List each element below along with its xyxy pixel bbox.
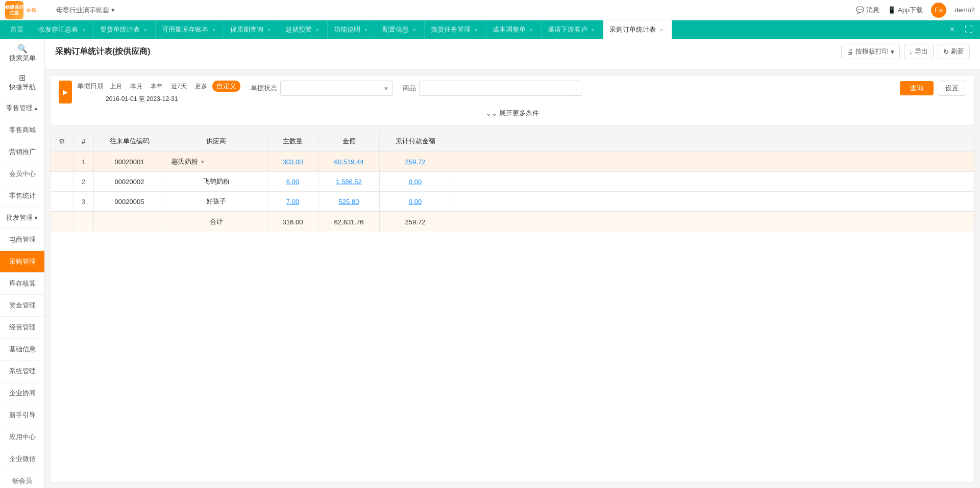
table-container: ⚙ # 往来单位编码 供应商 主数量 金额 累计付款金额 (50, 131, 975, 483)
top-bar: 畅捷通好生意 标版 母婴行业演示账套 ▾ 💬 消息 📱 App下载 Ea dem… (0, 0, 980, 20)
tab-close-cbtz[interactable]: × (528, 26, 535, 33)
tab-close-cgdd[interactable]: × (658, 26, 665, 33)
settings-btn[interactable]: 设置 (938, 81, 966, 96)
logo-subtext: 标版 (27, 7, 37, 14)
tab-close-phgl[interactable]: × (473, 26, 480, 33)
cell-unit-code: 00020002 (94, 172, 165, 192)
sidebar-item-vip[interactable]: 畅会员 (0, 470, 44, 488)
sidebar-item-newbie[interactable]: 新手引导 (0, 404, 44, 426)
footer-extra (451, 212, 975, 232)
sidebar-item-member[interactable]: 会员中心 (0, 163, 44, 185)
date-filter: 单据日期 上月 本月 本年 近7天 更多 自定义 (77, 81, 240, 104)
tab-home[interactable]: 首页 (2, 20, 32, 39)
tab-kylkzb[interactable]: 可用量库存账本 × (156, 20, 224, 39)
tab-close-shfd[interactable]: × (80, 26, 87, 33)
sidebar: 🔍 搜索菜单 ⊞ 快捷导航 零售管理 ▲ 零售商城 营销推广 会员中心 零售统计… (0, 39, 45, 488)
tab-close-ccyj[interactable]: × (314, 26, 321, 33)
filter-wrapper: ▶ 单据日期 上月 本月 本年 近7天 (50, 75, 975, 125)
tab-cbtz[interactable]: 成本调整单 × (486, 20, 542, 39)
username-label: demo2 (954, 6, 975, 14)
status-select[interactable]: ▾ (280, 81, 393, 96)
sidebar-item-system[interactable]: 系统管理 (0, 361, 44, 382)
tab-close-pzsxx[interactable]: × (411, 26, 418, 33)
sidebar-item-retail-shop[interactable]: 零售商城 (0, 119, 44, 141)
tab-phgl[interactable]: 拣货任务管理 × (425, 20, 486, 39)
tab-pzsxx[interactable]: 配置信息 × (376, 20, 425, 39)
sidebar-item-finance[interactable]: 资金管理 (0, 295, 44, 317)
app-download-btn[interactable]: 📱 App下载 (888, 6, 923, 15)
sidebar-item-retail-stats[interactable]: 零售统计 (0, 185, 44, 207)
tab-close-bqxcx[interactable]: × (265, 26, 273, 33)
shortcut-this-year[interactable]: 本年 (148, 81, 166, 92)
shortcut-last-month[interactable]: 上月 (107, 81, 125, 92)
shortcut-more[interactable]: 更多 (192, 81, 210, 92)
col-paid: 累计付款金额 (380, 131, 451, 152)
app-logo: 畅捷通好生意 (5, 1, 23, 19)
sidebar-item-operations[interactable]: 经营管理 (0, 317, 44, 339)
goods-select[interactable]: ··· (419, 81, 582, 96)
sidebar-item-app-center[interactable]: 应用中心 (0, 426, 44, 448)
expand-more-btn[interactable]: ⌄⌄ 展开更多条件 (59, 107, 966, 120)
sidebar-item-purchase[interactable]: 采购管理 (0, 251, 44, 273)
status-filter: 单据状态 ▾ (251, 81, 393, 96)
sidebar-item-inventory[interactable]: 库存核算 (0, 273, 44, 295)
tab-close-all-btn[interactable]: × (945, 25, 960, 34)
tab-close-yhtjb[interactable]: × (142, 26, 149, 33)
page-header: 采购订单统计表(按供应商) 🖨 按模板打印 ▾ ↓ 导出 ↻ 刷新 (45, 39, 980, 70)
cell-unit-code: 00020001 (94, 152, 165, 172)
cell-rownum: 1 (74, 152, 94, 172)
goods-filter: 商品 ··· (403, 81, 582, 96)
cell-rownum: 3 (74, 192, 94, 212)
tab-close-yqxyhyh[interactable]: × (590, 26, 597, 33)
shortcut-this-month[interactable]: 本月 (127, 81, 145, 92)
print-btn[interactable]: 🖨 按模板打印 ▾ (841, 44, 900, 59)
export-btn[interactable]: ↓ 导出 (904, 44, 934, 59)
sidebar-item-ecommerce[interactable]: 电商管理 (0, 229, 44, 251)
header-actions: 🖨 按模板打印 ▾ ↓ 导出 ↻ 刷新 (841, 44, 970, 59)
col-supplier: 供应商 (165, 131, 267, 152)
cell-amount: 60,519.44 (318, 152, 380, 172)
date-custom-label[interactable]: 自定义 (212, 81, 240, 92)
top-actions: 💬 消息 📱 App下载 Ea demo2 (856, 3, 975, 18)
sidebar-item-marketing[interactable]: 营销推广 (0, 141, 44, 163)
filter-top-row: ▶ 单据日期 上月 本月 本年 近7天 (59, 81, 966, 104)
tab-close-gnms[interactable]: × (362, 26, 370, 33)
cell-qty: 6.00 (267, 172, 318, 192)
col-extra (451, 131, 975, 152)
tab-bqxcx[interactable]: 保质期查询 × (224, 20, 279, 39)
tab-shfd[interactable]: 收发存汇总表 × (32, 20, 94, 39)
sidebar-search[interactable]: 🔍 搜索菜单 (0, 39, 44, 68)
workspace-selector[interactable]: 母婴行业演示账套 ▾ (50, 6, 856, 15)
footer-label (94, 212, 165, 232)
sidebar-item-basic[interactable]: 基础信息 (0, 339, 44, 361)
tab-yhtjb[interactable]: 要货单统计表 × (94, 20, 156, 39)
table-header: ⚙ # 往来单位编码 供应商 主数量 金额 累计付款金额 (51, 131, 974, 152)
tab-cgdd[interactable]: 采购订单统计表 × (603, 20, 672, 39)
refresh-btn[interactable]: ↻ 刷新 (938, 44, 970, 59)
nav-tabs: 首页 收发存汇总表 × 要货单统计表 × 可用量库存账本 × 保质期查询 × 超… (0, 20, 980, 39)
filter-toggle-btn[interactable]: ▶ (59, 81, 72, 104)
tab-ccyj[interactable]: 超储预警 × (279, 20, 328, 39)
col-rownum: # (74, 131, 94, 152)
tab-yqxyhyh[interactable]: 邀请下游客户 × (542, 20, 603, 39)
sidebar-item-retail[interactable]: 零售管理 ▲ (0, 97, 44, 119)
cell-amount: 1,586.52 (318, 172, 380, 192)
cell-supplier: 好孩子 (165, 192, 267, 212)
sidebar-item-wholesale[interactable]: 批发管理 ▼ (0, 207, 44, 229)
expand-icon[interactable]: ▼ (200, 159, 205, 165)
sidebar-item-enterprise[interactable]: 企业协同 (0, 382, 44, 404)
table-row: 3 00020005 好孩子 7.00 525.80 0.00 (51, 192, 974, 212)
sidebar-quick-nav[interactable]: ⊞ 快捷导航 (0, 68, 44, 97)
cell-rownum: 2 (74, 172, 94, 192)
column-settings-icon[interactable]: ⚙ (57, 136, 67, 146)
filter-items: 单据日期 上月 本月 本年 近7天 更多 自定义 (77, 81, 966, 104)
tab-close-kylkzb[interactable]: × (210, 26, 217, 33)
query-btn[interactable]: 查询 (900, 81, 934, 95)
date-range: 2016-01-01 至 2023-12-31 (106, 95, 178, 104)
tab-maximize-btn[interactable]: ⛶ (960, 25, 978, 34)
message-btn[interactable]: 💬 消息 (856, 6, 879, 15)
tab-gnms[interactable]: 功能说明 × (328, 20, 376, 39)
sidebar-item-wechat[interactable]: 企业微信 (0, 448, 44, 470)
user-avatar[interactable]: Ea (931, 3, 946, 18)
shortcut-7days[interactable]: 近7天 (168, 81, 190, 92)
